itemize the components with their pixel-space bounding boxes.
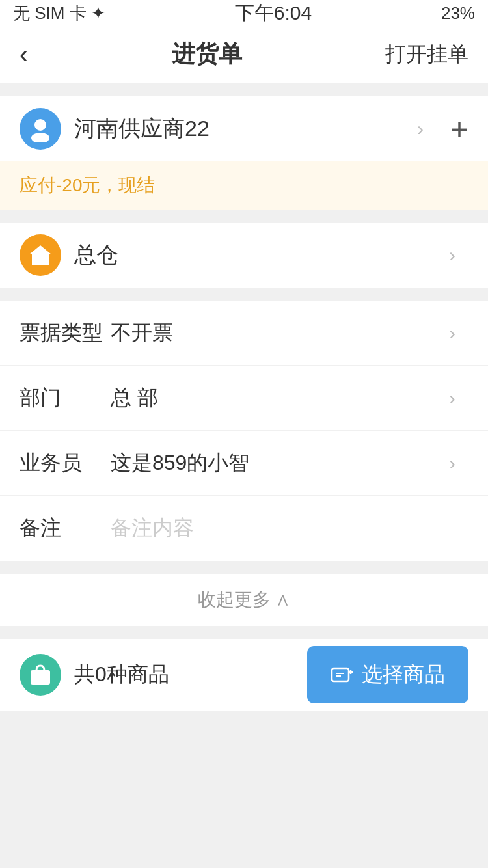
user-icon xyxy=(27,116,53,142)
product-icon-wrap xyxy=(20,654,61,696)
svg-rect-3 xyxy=(36,257,44,265)
collapse-button[interactable]: 收起更多 ∧ xyxy=(0,574,488,626)
notice-bar: 应付-20元，现结 xyxy=(0,161,488,210)
notice-text: 应付-20元，现结 xyxy=(20,175,155,195)
remark-input[interactable]: 备注内容 xyxy=(111,514,468,543)
supplier-section: 河南供应商22 › + xyxy=(0,96,488,161)
warehouse-row[interactable]: 总仓 › xyxy=(20,223,468,288)
remark-row[interactable]: 备注 备注内容 xyxy=(0,496,488,561)
bottom-gray-area xyxy=(0,711,488,868)
salesman-chevron-icon: › xyxy=(449,452,455,474)
svg-rect-4 xyxy=(31,670,50,685)
department-value: 总 部 xyxy=(111,384,449,413)
sim-status: 无 SIM 卡 ✦ xyxy=(13,2,105,25)
add-supplier-button[interactable]: + xyxy=(437,96,468,161)
ticket-type-row[interactable]: 票据类型 不开票 › xyxy=(0,301,488,366)
warehouse-section[interactable]: 总仓 › xyxy=(0,223,488,288)
salesman-row[interactable]: 业务员 这是859的小智 › xyxy=(0,431,488,496)
warehouse-name: 总仓 xyxy=(74,240,449,270)
ticket-type-chevron-icon: › xyxy=(449,322,455,344)
select-product-button[interactable]: 选择商品 xyxy=(307,646,468,703)
warehouse-icon xyxy=(20,234,61,276)
status-time: 下午6:04 xyxy=(235,0,312,27)
chevron-right-icon: › xyxy=(417,118,424,140)
ticket-type-value: 不开票 xyxy=(111,319,449,347)
nav-bar: ‹ 进货单 打开挂单 xyxy=(0,26,488,83)
salesman-value: 这是859的小智 xyxy=(111,449,449,478)
svg-rect-6 xyxy=(332,668,349,681)
page-title: 进货单 xyxy=(172,38,242,70)
shopping-bag-icon xyxy=(28,662,53,687)
status-bar: 无 SIM 卡 ✦ 下午6:04 23% xyxy=(0,0,488,26)
supplier-row[interactable]: 河南供应商22 › xyxy=(20,96,437,161)
add-product-icon xyxy=(331,663,354,686)
bottom-bar: 共0种商品 选择商品 xyxy=(0,639,488,711)
open-pending-button[interactable]: 打开挂单 xyxy=(385,40,468,69)
department-row[interactable]: 部门 总 部 › xyxy=(0,366,488,431)
battery-status: 23% xyxy=(441,3,475,23)
ticket-type-label: 票据类型 xyxy=(20,319,111,347)
supplier-name: 河南供应商22 xyxy=(74,114,417,144)
collapse-label: 收起更多 ∧ xyxy=(198,588,291,612)
form-section: 票据类型 不开票 › 部门 总 部 › 业务员 这是859的小智 › 备注 备注… xyxy=(0,301,488,561)
select-product-label: 选择商品 xyxy=(362,660,445,689)
salesman-label: 业务员 xyxy=(20,449,111,478)
status-left: 无 SIM 卡 ✦ xyxy=(13,2,105,25)
warehouse-chevron-icon: › xyxy=(449,244,455,266)
product-count: 共0种商品 xyxy=(74,660,307,689)
svg-point-1 xyxy=(31,133,49,142)
divider-1 xyxy=(0,83,488,96)
department-chevron-icon: › xyxy=(449,387,455,409)
supplier-avatar xyxy=(20,108,61,150)
back-button[interactable]: ‹ xyxy=(20,40,28,69)
status-right: 23% xyxy=(441,3,475,23)
house-icon xyxy=(28,243,53,267)
svg-point-0 xyxy=(34,119,46,131)
remark-label: 备注 xyxy=(20,514,111,543)
department-label: 部门 xyxy=(20,384,111,413)
